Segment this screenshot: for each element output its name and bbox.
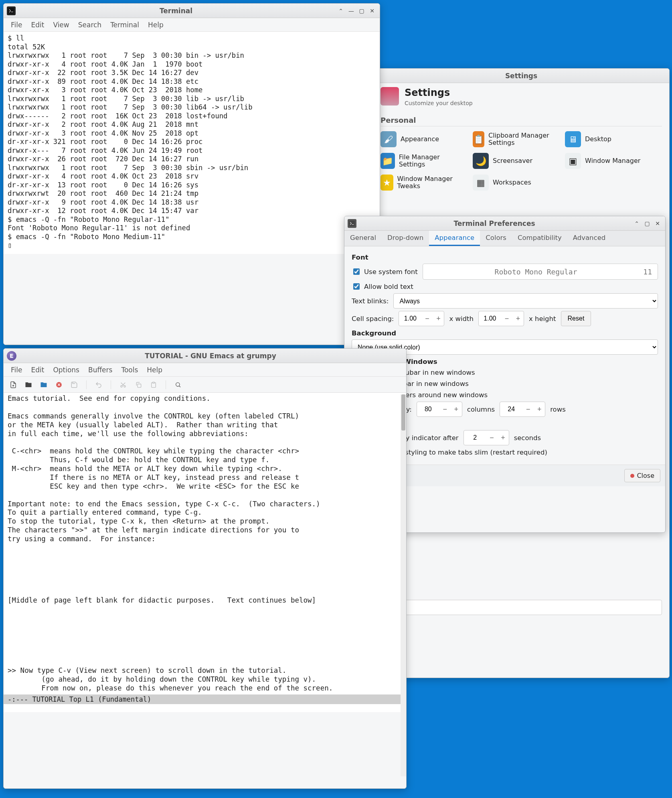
- plus-icon[interactable]: +: [433, 311, 444, 326]
- new-file-icon[interactable]: [8, 380, 18, 390]
- svg-rect-5: [138, 384, 141, 388]
- emacs-modeline[interactable]: -:--- TUTORIAL Top L1 (Fundamental): [4, 694, 406, 704]
- window-menu-icon[interactable]: ⌃: [336, 6, 345, 15]
- emacs-title: TUTORIAL - GNU Emacs at grumpy: [18, 352, 403, 360]
- rows-spinner[interactable]: −+: [500, 402, 545, 417]
- close-icon[interactable]: ✕: [368, 6, 376, 15]
- close-button[interactable]: Close: [624, 469, 660, 482]
- tab-general[interactable]: General: [344, 231, 382, 246]
- menu-help[interactable]: Help: [143, 364, 166, 376]
- menu-search[interactable]: Search: [74, 19, 105, 30]
- plus-icon[interactable]: +: [498, 430, 509, 445]
- save-icon[interactable]: [69, 380, 79, 390]
- copy-icon[interactable]: [134, 380, 143, 390]
- settings-item-workspaces[interactable]: ▦Workspaces: [473, 175, 553, 191]
- wm-tweaks-icon: ★: [381, 175, 393, 191]
- minimize-icon[interactable]: —: [347, 6, 356, 15]
- font-size-label: 11: [643, 268, 652, 276]
- minus-icon[interactable]: −: [486, 430, 498, 445]
- terminal-output[interactable]: $ ll total 52K lrwxrwxrwx 1 root root 7 …: [4, 32, 380, 254]
- tab-dropdown[interactable]: Drop-down: [382, 231, 429, 246]
- emacs-menubar: File Edit Options Buffers Tools Help: [4, 363, 406, 377]
- close-red-icon[interactable]: [54, 380, 64, 390]
- tab-advanced[interactable]: Advanced: [567, 231, 611, 246]
- settings-logo-icon: [381, 87, 399, 106]
- cell-width-spinner[interactable]: −+: [399, 311, 444, 326]
- menu-help[interactable]: Help: [144, 19, 168, 30]
- settings-item-appearance[interactable]: 🖌Appearance: [381, 131, 461, 147]
- menu-buffers[interactable]: Buffers: [84, 364, 116, 376]
- maximize-icon[interactable]: ▢: [357, 6, 366, 15]
- open-folder-blue-icon[interactable]: [39, 380, 49, 390]
- reset-tab-seconds-spinner[interactable]: −+: [464, 430, 509, 445]
- file-manager-icon: 📁: [381, 153, 395, 169]
- emacs-scrollbar[interactable]: [401, 394, 406, 776]
- open-folder-icon[interactable]: [24, 380, 33, 390]
- menu-file[interactable]: File: [7, 19, 26, 30]
- toolbar-separator: [86, 380, 87, 389]
- plus-icon[interactable]: +: [512, 311, 524, 326]
- minus-icon[interactable]: −: [522, 402, 534, 416]
- settings-category-personal: Personal: [381, 116, 662, 126]
- menu-file[interactable]: File: [7, 364, 26, 376]
- minus-icon[interactable]: −: [421, 311, 433, 326]
- settings-search-input[interactable]: [381, 600, 662, 615]
- menu-terminal[interactable]: Terminal: [106, 19, 143, 30]
- workspaces-icon: ▦: [473, 175, 489, 191]
- settings-item-window-manager[interactable]: ▣Window Manager: [565, 153, 645, 169]
- toolbar-separator: [166, 380, 166, 389]
- svg-point-7: [176, 382, 180, 386]
- settings-item-clipboard[interactable]: 📋Clipboard Manager Settings: [473, 131, 553, 147]
- font-chooser-button[interactable]: Roboto Mono Regular 11: [423, 264, 658, 280]
- settings-item-wm-tweaks[interactable]: ★Window Manager Tweaks: [381, 175, 461, 191]
- minus-icon[interactable]: −: [501, 311, 512, 326]
- use-system-font-checkbox[interactable]: Use system font: [352, 267, 418, 276]
- settings-item-desktop[interactable]: 🖥Desktop: [565, 131, 645, 147]
- tab-appearance[interactable]: Appearance: [429, 231, 480, 246]
- menu-edit[interactable]: Edit: [27, 19, 48, 30]
- svg-rect-0: [8, 8, 14, 14]
- columns-spinner[interactable]: −+: [417, 402, 462, 417]
- menu-edit[interactable]: Edit: [27, 364, 48, 376]
- cell-height-spinner[interactable]: −+: [478, 311, 524, 326]
- settings-item-file-manager[interactable]: 📁File Manager Settings: [381, 153, 461, 169]
- close-dot-icon: [630, 474, 634, 478]
- menu-options[interactable]: Options: [49, 364, 83, 376]
- emacs-minibuffer[interactable]: [4, 704, 406, 712]
- reset-button[interactable]: Reset: [561, 311, 591, 326]
- emacs-app-icon: E: [7, 351, 16, 361]
- paste-icon[interactable]: [149, 380, 158, 390]
- settings-titlebar[interactable]: Settings: [373, 69, 669, 83]
- settings-item-screensaver[interactable]: 🌙Screensaver: [473, 153, 553, 169]
- prefs-titlebar[interactable]: Terminal Preferences ⌃ ▢ ✕: [344, 216, 665, 231]
- plus-icon[interactable]: +: [451, 402, 462, 416]
- scrollbar-thumb[interactable]: [401, 394, 405, 430]
- cell-spacing-label: Cell spacing:: [352, 315, 394, 323]
- terminal-window: Terminal ⌃ — ▢ ✕ File Edit View Search T…: [3, 3, 380, 345]
- window-menu-icon[interactable]: ⌃: [632, 219, 641, 228]
- settings-heading: Settings: [405, 87, 473, 98]
- plus-icon[interactable]: +: [534, 402, 545, 416]
- svg-rect-1: [349, 221, 355, 226]
- emacs-window: E TUTORIAL - GNU Emacs at grumpy File Ed…: [3, 348, 407, 789]
- appearance-icon: 🖌: [381, 131, 397, 147]
- emacs-buffer[interactable]: Emacs tutorial. See end for copying cond…: [4, 393, 406, 694]
- settings-title: Settings: [376, 72, 666, 80]
- undo-icon[interactable]: [94, 380, 103, 390]
- maximize-icon[interactable]: ▢: [643, 219, 652, 228]
- menu-tools[interactable]: Tools: [117, 364, 142, 376]
- menu-view[interactable]: View: [49, 19, 73, 30]
- text-blinks-select[interactable]: Always: [393, 293, 658, 309]
- minus-icon[interactable]: −: [439, 402, 451, 416]
- search-icon[interactable]: [173, 380, 183, 390]
- settings-grid: 🖌Appearance 📋Clipboard Manager Settings …: [381, 131, 662, 191]
- close-icon[interactable]: ✕: [653, 219, 662, 228]
- terminal-titlebar[interactable]: Terminal ⌃ — ▢ ✕: [4, 4, 380, 18]
- tab-compatibility[interactable]: Compatibility: [512, 231, 567, 246]
- tab-colors[interactable]: Colors: [480, 231, 512, 246]
- cut-icon[interactable]: [118, 380, 128, 390]
- emacs-titlebar[interactable]: E TUTORIAL - GNU Emacs at grumpy: [4, 349, 406, 363]
- prefs-tabbar: General Drop-down Appearance Colors Comp…: [344, 231, 665, 246]
- window-manager-icon: ▣: [565, 153, 581, 169]
- allow-bold-checkbox[interactable]: Allow bold text: [352, 282, 413, 291]
